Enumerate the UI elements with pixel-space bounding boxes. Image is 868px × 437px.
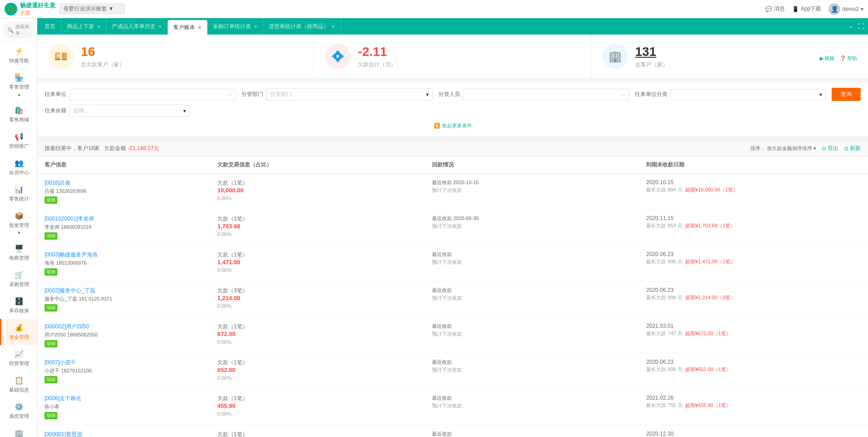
collapse-button[interactable]: ⏫ 收起更多条件 — [434, 122, 472, 129]
debt-amount[interactable]: 672.00 — [217, 331, 432, 337]
from-unit-input[interactable]: ··· — [69, 89, 236, 100]
app-download-btn[interactable]: 📱 App下载 — [792, 5, 821, 13]
overdue-link[interactable]: 超期¥455.90（1笔） — [685, 402, 731, 408]
store-selector[interactable]: 母婴行业演示账套 ▼ — [59, 4, 125, 14]
sidebar-item-member[interactable]: 👥 会员中心 — [0, 154, 37, 181]
content-area: 💴 16 总欠款客户（家） 💠 -2.11 欠款合计（万） 🏢 — [37, 35, 868, 437]
dept-select[interactable]: 分管部门 ▾ — [266, 88, 433, 100]
person-dots[interactable]: ··· — [620, 91, 626, 98]
customer-code[interactable]: [0002]服务中心_丁磊 — [45, 287, 217, 295]
sidebar-item-retail-stats[interactable]: 📊 零售统计 — [0, 181, 37, 207]
debt-amount[interactable]: 10,000.00 — [217, 187, 432, 194]
video-link[interactable]: ▶ 视频 — [820, 55, 834, 62]
logo-area: 🌿 畅捷通好生意 示范 — [5, 1, 55, 16]
sidebar-item-purchase[interactable]: 🛒 采购管理 — [0, 266, 37, 292]
due-date-cell: 2020.06.23 最长欠款 998 天 超期¥1,471.00（1笔） — [646, 251, 861, 265]
debt-count: 欠款（1笔） — [217, 179, 432, 187]
debt-count: 欠款（1笔） — [217, 323, 432, 331]
help-link[interactable]: ❓ 帮助 — [840, 55, 857, 62]
latest-collection: 最近收款 — [432, 287, 647, 294]
search-menu-box[interactable]: 🔍 搜索菜单 — [4, 22, 33, 38]
unit-category-select[interactable]: ▾ — [670, 89, 826, 100]
sidebar-item-batch-mgmt[interactable]: 📦 批发管理 ▼ — [0, 207, 37, 240]
result-bar-right: 排序： 按欠款金额倒序排序 ▾ ⊙ 导出 ⊙ 刷新 — [750, 145, 861, 152]
stat-overdue-amount: 💠 -2.11 欠款合计（万） — [314, 35, 591, 78]
customer-code[interactable]: [0006]去下粮仓 — [45, 395, 217, 402]
sidebar-item-inventory[interactable]: 🗄️ 库存核算 — [0, 292, 37, 319]
due-date: 2020.11.15 — [646, 215, 861, 221]
tab-customer-account[interactable]: 客户账本 ✕ — [168, 20, 207, 35]
messages-btn[interactable]: 💬 消息 — [765, 5, 785, 13]
tab-close-2[interactable]: ✕ — [158, 24, 162, 29]
tab-close-3[interactable]: ✕ — [198, 25, 201, 30]
user-menu[interactable]: 👤 demo2 ▾ — [828, 3, 863, 15]
overdue-link[interactable]: 超期¥10,000.00（1笔） — [685, 187, 738, 192]
overdue-days: 最长欠款 750 天 超期¥455.90（1笔） — [646, 402, 861, 409]
debt-info-cell: 欠款（1笔） 429.00 0.00% — [217, 431, 432, 437]
chevron-down-balance: ▾ — [183, 108, 186, 114]
ecommerce-icon: 🖥️ — [15, 244, 24, 253]
sys-mgmt-icon: ⚙️ — [15, 402, 24, 411]
sidebar-item-retail-mgmt[interactable]: 🏪 零售管理 ▲ — [0, 69, 37, 101]
sidebar-search[interactable]: 🔍 搜索菜单 — [0, 18, 37, 42]
debt-count: 欠款（3笔） — [217, 287, 432, 295]
tab-minimize-btn[interactable]: – — [847, 21, 854, 32]
overdue-amount-icon: 💠 — [325, 44, 351, 69]
debt-amount[interactable]: 455.90 — [217, 402, 432, 409]
refresh-btn[interactable]: ⊙ 刷新 — [844, 145, 861, 152]
export-icon: ⊙ — [822, 146, 826, 152]
overdue-link[interactable]: 超期¥1,471.00（1笔） — [685, 259, 735, 264]
debt-amount[interactable]: 1,471.00 — [217, 259, 432, 266]
latest-collection: 最近收款 2020-06-30 — [432, 215, 647, 222]
sort-select[interactable]: 按欠款金额倒序排序 ▾ — [767, 145, 816, 152]
overdue-link[interactable]: 超期¥1,703.68（1笔） — [685, 223, 735, 228]
collection-cell: 最近收款 预计下次收款 — [432, 431, 647, 437]
customer-code[interactable]: [0001020001]李老师 — [45, 215, 217, 223]
filter-area: 往来单位 ··· 分管部门 分管部门 ▾ 分管 — [37, 82, 868, 137]
tab-home[interactable]: 首页 — [39, 18, 61, 35]
export-btn[interactable]: ⊙ 导出 — [822, 145, 838, 152]
search-button[interactable]: 查询 — [832, 88, 861, 101]
customer-code[interactable]: [000001]黄思源 — [45, 431, 217, 437]
sidebar-item-quick-nav[interactable]: ⚡ 快捷导航 — [0, 42, 37, 69]
tab-close-1[interactable]: ✕ — [97, 24, 100, 29]
customer-code[interactable]: [0003]畅捷服务尹海燕 — [45, 251, 217, 259]
debt-info-cell: 欠款（1笔） 455.90 0.00% — [217, 395, 432, 417]
sidebar-item-ecommerce[interactable]: 🖥️ 电商管理 — [0, 240, 37, 266]
sidebar-item-sys-mgmt[interactable]: ⚙️ 系统管理 — [0, 398, 37, 424]
sidebar-item-marketing[interactable]: 📢 营销推广 — [0, 128, 37, 154]
customer-info-cell: [000002]用户2050 用户2050 18665062050 现销 — [45, 323, 217, 347]
next-collection: 预计下次收款 — [432, 331, 647, 337]
tab-product-history[interactable]: 产成品入库单历史 ✕ — [106, 18, 168, 35]
latest-collection: 最近收款 — [432, 251, 647, 258]
customer-code[interactable]: [000002]用户2050 — [45, 323, 217, 331]
sidebar-item-finance[interactable]: 💰 资金管理 — [0, 319, 37, 345]
tab-product-offline[interactable]: 商品上下架 ✕ — [61, 18, 106, 35]
debt-amount[interactable]: 652.00 — [217, 367, 432, 373]
tab-purchase-summary[interactable]: 采购订单统计表 ✕ — [207, 18, 263, 35]
balance-select[interactable]: 选择... ▾ — [69, 105, 190, 117]
customer-code[interactable]: [0016]吕俊 — [45, 179, 217, 187]
overdue-link[interactable]: 超期¥1,214.00（3笔） — [685, 295, 735, 300]
debt-amount[interactable]: 1,703.68 — [217, 223, 432, 230]
debt-amount[interactable]: 1,214.00 — [217, 295, 432, 301]
sidebar-item-enterprise[interactable]: 🏢 企业协同 — [0, 424, 37, 437]
customer-code[interactable]: [0007]小进千 — [45, 359, 217, 367]
debt-count: 欠款（1笔） — [217, 251, 432, 259]
sidebar-item-ops[interactable]: 📈 经营管理 — [0, 345, 37, 372]
col-customer-info: 客户信息 — [45, 161, 217, 169]
from-unit-dots[interactable]: ··· — [226, 91, 232, 98]
overdue-link[interactable]: 超期¥672.00（1笔） — [685, 331, 731, 336]
tab-maximize-btn[interactable]: ⛶ — [856, 21, 866, 32]
customer-info-cell: [0006]去下粮仓 陈小希 现销 — [45, 395, 217, 419]
overdue-customers-icon: 💴 — [48, 44, 74, 69]
overdue-link[interactable]: 超期¥652.00（1笔） — [685, 367, 731, 372]
tab-purchase-product[interactable]: 进货单统计表（按商品） ✕ — [263, 18, 341, 35]
collection-cell: 最近收款 2020-10-15 预计下次收款 — [432, 179, 647, 194]
tab-close-4[interactable]: ✕ — [254, 24, 257, 29]
sidebar-item-retail-mall[interactable]: 🛍️ 零售商城 — [0, 101, 37, 128]
sidebar-item-basic-info[interactable]: 📋 基础信息 — [0, 372, 37, 398]
person-input[interactable]: ··· — [463, 89, 630, 100]
chevron-down-category: ▾ — [819, 91, 822, 98]
tab-close-5[interactable]: ✕ — [331, 24, 335, 29]
